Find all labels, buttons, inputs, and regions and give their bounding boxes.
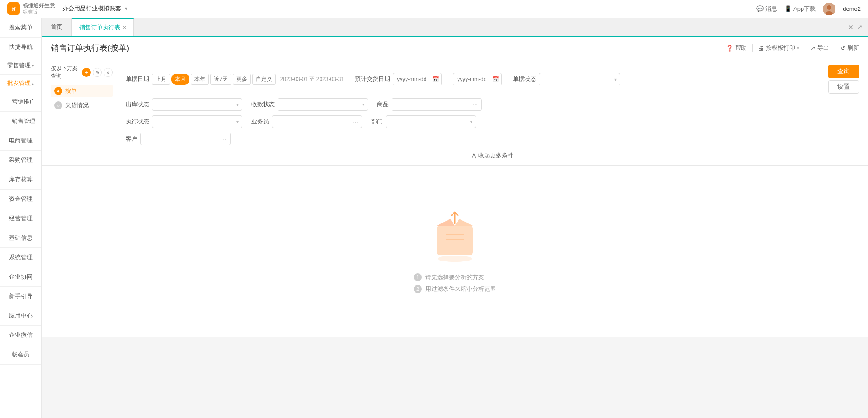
dept-group: 部门 ▾	[371, 115, 476, 128]
edit-scheme-button[interactable]: ✎	[93, 68, 102, 77]
appstore-label: 应用中心	[9, 312, 33, 319]
app-download-button[interactable]: 📱 App下载	[784, 5, 816, 13]
refresh-label: 刷新	[847, 44, 859, 52]
tab-close-window-icon[interactable]: ✕	[848, 24, 854, 31]
tab-sales-exec[interactable]: 销售订单执行表 ×	[72, 18, 134, 36]
enterprise-label: 企业协同	[9, 273, 33, 280]
collection-status-select[interactable]	[278, 98, 368, 111]
date-from-input[interactable]	[393, 73, 442, 86]
breadcrumb-arrow[interactable]: ▾	[125, 5, 127, 12]
tab-home[interactable]: 首页	[42, 18, 72, 36]
exec-select-wrapper: ▾	[152, 115, 242, 128]
sidebar-item-appstore[interactable]: 应用中心	[0, 306, 41, 326]
collapse-scheme-button[interactable]: «	[104, 68, 113, 77]
query-button[interactable]: 查询	[828, 65, 859, 78]
logo-area: 好 畅捷通好生意 标准版	[7, 2, 55, 15]
svg-text:好: 好	[11, 7, 16, 11]
sidebar-item-basic[interactable]: 基础信息	[0, 228, 41, 248]
collapse-button[interactable]: ⋀ 收起更多条件	[472, 152, 514, 160]
sidebar-item-wholesale[interactable]: 批发管理 ▴	[0, 75, 41, 92]
search-menu-label: 搜索菜单	[9, 24, 33, 31]
sales-more-icon[interactable]: ···	[353, 118, 358, 125]
logo-text: 畅捷通好生意	[23, 2, 55, 9]
status-label: 单据状态	[513, 75, 536, 83]
help-label: 帮助	[735, 44, 747, 52]
exec-status-label: 执行状态	[126, 118, 149, 126]
logo-text-block: 畅捷通好生意 标准版	[23, 2, 55, 15]
sidebar-item-quicknav[interactable]: 快捷导航	[0, 38, 41, 57]
dept-label: 部门	[371, 118, 383, 126]
sidebar-item-marketing[interactable]: 营销推广	[0, 92, 41, 112]
sidebar-item-wechat[interactable]: 企业微信	[0, 326, 41, 345]
sidebar-item-retail[interactable]: 零售管理 ▾	[0, 57, 41, 75]
dept-select[interactable]	[386, 115, 476, 128]
date-to-wrapper: 📅	[453, 73, 502, 86]
sidebar-item-operations[interactable]: 经营管理	[0, 209, 41, 228]
wholesale-arrow-icon: ▴	[32, 81, 34, 86]
date-btn-custom[interactable]: 自定义	[252, 74, 276, 85]
sidebar-item-ecommerce[interactable]: 电商管理	[0, 131, 41, 151]
filter-inner: 按以下方案查询 + ✎ « ● 按单 ○ 欠货情况	[51, 65, 859, 160]
tab-expand-window-icon[interactable]: ⤢	[857, 24, 863, 31]
sidebar-item-system[interactable]: 系统管理	[0, 248, 41, 267]
sidebar-item-sales[interactable]: 销售管理	[0, 112, 41, 131]
status-select[interactable]	[539, 73, 620, 86]
print-label: 按模板打印	[766, 44, 795, 52]
top-bar: 好 畅捷通好生意 标准版 办公用品行业模拟账套 ▾ 💬 消息 📱 App下载	[0, 0, 868, 18]
help-button[interactable]: ❓ 帮助	[726, 44, 747, 52]
date-to-input[interactable]	[453, 73, 502, 86]
export-button[interactable]: ↗ 导出	[811, 44, 829, 52]
sidebar-item-search[interactable]: 搜索菜单	[0, 18, 41, 38]
sidebar-item-purchase[interactable]: 采购管理	[0, 151, 41, 170]
date-btns: 上月 本月 本年 近7天 更多 自定义	[152, 74, 276, 85]
collection-status-group: 收款状态 ▾	[251, 98, 368, 111]
filter-right-fields: 单据日期 上月 本月 本年 近7天 更多 自定义 2023-03-01 至 20…	[118, 65, 859, 160]
help-icon: ❓	[726, 45, 733, 52]
sidebar-item-finance[interactable]: 资金管理	[0, 190, 41, 209]
tip-1: 1 请先选择要分析的方案	[414, 273, 496, 281]
sales-label: 销售管理	[12, 118, 35, 124]
date-btn-more[interactable]: 更多	[233, 74, 251, 85]
divider1	[752, 44, 753, 52]
refresh-button[interactable]: ↺ 刷新	[840, 44, 859, 52]
filter-nav-order[interactable]: ● 按单	[51, 85, 113, 97]
goods-group: 商品 ···	[377, 98, 482, 111]
page-title: 销售订单执行表(按单)	[51, 43, 129, 53]
sidebar-item-guide[interactable]: 新手引导	[0, 287, 41, 306]
sidebar-item-member[interactable]: 畅会员	[0, 345, 41, 365]
date-btn-this-month[interactable]: 本月	[171, 74, 189, 85]
top-bar-right: 💬 消息 📱 App下载 demo2	[756, 3, 861, 15]
message-label: 消息	[765, 5, 777, 13]
filter-row-4: 客户 ···	[126, 133, 859, 145]
status-group: 单据状态 ▾	[513, 73, 620, 86]
message-button[interactable]: 💬 消息	[756, 5, 777, 13]
customer-more-icon[interactable]: ···	[221, 135, 226, 142]
filter-nav-shortage[interactable]: ○ 欠货情况	[51, 99, 113, 112]
print-button[interactable]: 🖨 按模板打印 ▾	[758, 44, 799, 52]
add-scheme-button[interactable]: +	[82, 68, 91, 77]
date-btn-7days[interactable]: 近7天	[210, 74, 231, 85]
svg-point-8	[438, 256, 472, 262]
filter-row-1: 单据日期 上月 本月 本年 近7天 更多 自定义 2023-03-01 至 20…	[126, 65, 859, 94]
collection-select-wrapper: ▾	[278, 98, 368, 111]
tab-home-label: 首页	[51, 23, 62, 31]
filter-left-nav: 按以下方案查询 + ✎ « ● 按单 ○ 欠货情况	[51, 65, 118, 112]
status-select-wrapper: ▾	[539, 73, 620, 86]
collapse-row: ⋀ 收起更多条件	[126, 150, 859, 160]
sidebar-item-enterprise[interactable]: 企业协同	[0, 267, 41, 287]
empty-illustration	[425, 210, 484, 264]
goods-input-box: ···	[392, 98, 482, 111]
empty-state: 1 请先选择要分析的方案 2 用过滤条件来缩小分析范围	[42, 166, 868, 337]
sidebar-item-inventory[interactable]: 库存核算	[0, 170, 41, 190]
tab-close-icon[interactable]: ×	[123, 24, 126, 31]
purchase-label: 采购管理	[9, 157, 33, 163]
goods-more-icon[interactable]: ···	[472, 101, 478, 108]
date-btn-last-month[interactable]: 上月	[152, 74, 170, 85]
page-content: 销售订单执行表(按单) ❓ 帮助 🖨 按模板打印 ▾ ↗	[42, 37, 868, 418]
print-chevron-icon: ▾	[797, 46, 799, 51]
delivery-status-select[interactable]	[152, 98, 242, 111]
settings-button[interactable]: 设置	[828, 80, 859, 94]
download-icon: 📱	[784, 5, 792, 12]
date-btn-this-year[interactable]: 本年	[191, 74, 209, 85]
exec-status-select[interactable]	[152, 115, 242, 128]
